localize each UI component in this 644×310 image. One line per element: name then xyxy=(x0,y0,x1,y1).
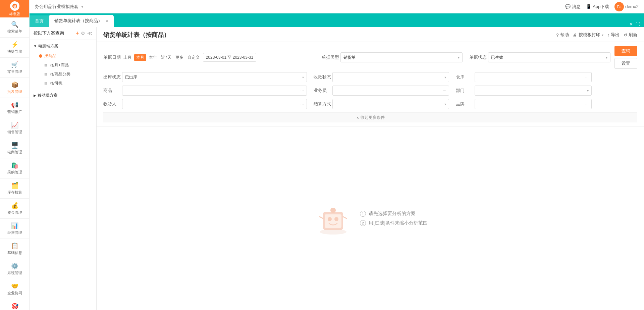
quick-nav-icon: ⚡ xyxy=(11,41,18,48)
brand-control[interactable]: ··· xyxy=(475,99,592,109)
filter-group-mobile-title[interactable]: ▶ 移动端方案 xyxy=(30,91,96,100)
printer-icon: 🖨 xyxy=(573,33,577,38)
warehouse-control[interactable]: ··· xyxy=(475,72,592,82)
export-label: 导出 xyxy=(611,32,620,38)
fullscreen-icon[interactable]: ⛶ xyxy=(636,22,640,27)
sidebar-item-sales[interactable]: 📈 销售管理 xyxy=(0,118,29,138)
collapse-conditions-btn[interactable]: ∧ 收起更多条件 xyxy=(103,112,637,122)
user-profile-btn[interactable]: Ea demo2 xyxy=(614,2,639,11)
sidebar-item-quick-nav[interactable]: ⚡ 快捷导航 xyxy=(0,38,29,58)
sidebar-item-operations[interactable]: 📊 经营管理 xyxy=(0,219,29,239)
table-icon-1: ▦ xyxy=(44,63,49,68)
query-button[interactable]: 查询 xyxy=(614,46,637,56)
sidebar-item-finance[interactable]: 💰 资金管理 xyxy=(0,199,29,219)
department-control[interactable]: ▾ xyxy=(475,86,592,96)
sidebar-item-search-menu[interactable]: 🔍 搜索菜单 xyxy=(0,17,29,38)
logo-icon: 畅 xyxy=(10,1,19,11)
filter-group-desktop-title[interactable]: ▼ 电脑端方案 xyxy=(30,41,96,51)
doc-type-value: 销货单 xyxy=(343,55,458,60)
doc-status-control[interactable]: 已生效 ▾ xyxy=(488,52,610,62)
filter-field-warehouse: 仓库 ··· xyxy=(456,72,592,82)
filter-field-product: 商品 ··· xyxy=(103,86,307,96)
filter-item-by-category[interactable]: ▦ 按商品分类 xyxy=(30,70,96,79)
sidebar-item-purchase[interactable]: 🛍️ 采购管理 xyxy=(0,158,29,178)
filter-group-desktop: ▼ 电脑端方案 按商品 ▦ 按月+商品 ▦ 按商品分类 ▦ 按司机 xyxy=(30,40,96,89)
app-download-btn[interactable]: 📱 App下载 xyxy=(586,4,609,10)
receiver-control[interactable]: ··· xyxy=(122,99,307,109)
add-scheme-icon[interactable]: + xyxy=(76,30,79,36)
messages-btn[interactable]: 💬 消息 xyxy=(565,4,581,10)
product-dots-icon[interactable]: ··· xyxy=(301,88,304,93)
basic-icon: 📋 xyxy=(11,242,18,250)
sidebar-item-wholesale[interactable]: 📦 批发管理 xyxy=(0,78,29,98)
sidebar-label-finance: 资金管理 xyxy=(7,210,22,215)
filter-item-by-product[interactable]: 按商品 xyxy=(30,51,96,61)
svg-line-9 xyxy=(343,217,346,218)
filter-item-by-cashier[interactable]: ▦ 按司机 xyxy=(30,79,96,88)
filter-item-by-month-product[interactable]: ▦ 按月+商品 xyxy=(30,61,96,70)
svg-line-8 xyxy=(320,217,323,218)
salesperson-dots-icon[interactable]: ··· xyxy=(443,88,446,93)
sidebar-item-marketing[interactable]: 📢 营销推广 xyxy=(0,98,29,118)
user-name: demo2 xyxy=(625,4,639,9)
warehouse-dots-icon[interactable]: ··· xyxy=(585,75,589,80)
sidebar-item-retail[interactable]: 🛒 零售管理 xyxy=(0,58,29,78)
template-print-btn[interactable]: 🖨 按模板打印 ▾ xyxy=(573,32,603,38)
top-header: 办公用品行业模拟账套 ▾ 💬 消息 📱 App下载 Ea demo2 xyxy=(30,0,644,13)
settlement-dropdown-icon: ▾ xyxy=(444,102,446,106)
filter-item-by-month-product-label: 按月+商品 xyxy=(50,62,69,68)
filter-group-mobile: ▶ 移动端方案 xyxy=(30,89,96,102)
refresh-btn[interactable]: ↺ 刷新 xyxy=(624,32,637,38)
sidebar-item-system[interactable]: ⚙️ 系统管理 xyxy=(0,259,29,279)
date-tab-last-month[interactable]: 上月 xyxy=(122,54,133,61)
sidebar-item-basic[interactable]: 📋 基础信息 xyxy=(0,239,29,259)
filter-field-doc-type: 单据类型 销货单 ▾ xyxy=(322,52,463,62)
sidebar-item-newbie[interactable]: 🎯 新手引导 xyxy=(0,299,29,310)
settings-button[interactable]: 设置 xyxy=(614,58,637,69)
collapse-panel-icon[interactable]: ≪ xyxy=(87,31,92,36)
filter-group-mobile-label: 移动端方案 xyxy=(38,93,58,98)
brand-dots-icon[interactable]: ··· xyxy=(585,102,589,106)
date-tab-this-month[interactable]: 本月 xyxy=(134,54,146,61)
receive-status-label: 收款状态 xyxy=(314,74,332,80)
refresh-label: 刷新 xyxy=(629,32,637,38)
sidebar-label-marketing: 营销推广 xyxy=(7,109,22,114)
doc-status-label: 单据状态 xyxy=(469,54,488,60)
filter-field-receiver: 收货人 ··· xyxy=(103,99,307,109)
doc-type-control[interactable]: 销货单 ▾ xyxy=(340,52,463,62)
receiver-dots-icon[interactable]: ··· xyxy=(301,102,304,106)
settings-scheme-icon[interactable]: ⚙ xyxy=(81,31,85,36)
salesperson-control[interactable]: ··· xyxy=(332,86,449,96)
help-btn[interactable]: ? 帮助 xyxy=(556,32,569,38)
app-name: 办公用品行业模拟账套 xyxy=(35,4,78,10)
newbie-icon: 🎯 xyxy=(11,303,18,310)
out-status-control[interactable]: 已出库 ▾ xyxy=(122,72,307,82)
settlement-control[interactable]: ▾ xyxy=(332,99,449,109)
sidebar-item-inventory[interactable]: 🗂️ 库存核算 xyxy=(0,178,29,199)
filter-panel-actions: + ⚙ ≪ xyxy=(76,30,92,36)
sidebar-label-purchase: 采购管理 xyxy=(7,170,22,175)
chevron-up-icon: ∧ xyxy=(356,115,359,120)
date-tab-this-year[interactable]: 本年 xyxy=(148,54,158,61)
export-btn[interactable]: ↑ 导出 xyxy=(607,32,620,38)
sidebar-item-enterprise[interactable]: 🤝 企业协同 xyxy=(0,279,29,299)
sidebar: 畅 标准版 🔍 搜索菜单 ⚡ 快捷导航 🛒 零售管理 📦 批发管理 📢 营销推广… xyxy=(0,0,30,310)
close-window-icon[interactable]: ✕ xyxy=(629,22,633,27)
filter-row-3: 商品 ··· 业务员 ··· 部门 xyxy=(103,86,637,96)
salesperson-label: 业务员 xyxy=(314,88,332,94)
close-icon[interactable]: × xyxy=(106,18,108,23)
date-tab-custom[interactable]: 自定义 xyxy=(186,54,201,61)
print-chevron-icon: ▾ xyxy=(602,33,603,37)
tab-home[interactable]: 首页 xyxy=(30,15,49,27)
filter-field-date: 单据日期 上月 本月 本年 近7天 更多 自定义 2023- xyxy=(103,53,315,62)
tab-sales-stats[interactable]: 销货单统计表（按商品） × xyxy=(49,15,114,27)
empty-state: 1 请先选择要分析的方案 2 用[过滤]条件来缩小分析范围 xyxy=(97,127,644,310)
sidebar-item-ecommerce[interactable]: 🖥️ 电商管理 xyxy=(0,138,29,158)
chevron-down-icon[interactable]: ▾ xyxy=(81,4,84,9)
receive-status-control[interactable]: ▾ xyxy=(332,72,449,82)
out-status-dropdown-icon: ▾ xyxy=(302,75,304,79)
date-range-display[interactable]: 2023-03-01 至 2023-03-31 xyxy=(203,53,256,62)
date-tab-more[interactable]: 更多 xyxy=(174,54,185,61)
product-control[interactable]: ··· xyxy=(122,86,307,96)
date-tab-7days[interactable]: 近7天 xyxy=(160,54,173,61)
